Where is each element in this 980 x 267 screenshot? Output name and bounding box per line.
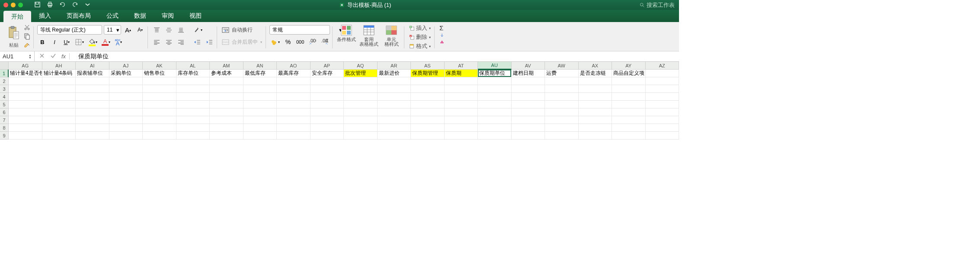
cell[interactable] [277, 101, 311, 108]
select-all-corner[interactable] [0, 62, 9, 70]
cell[interactable] [646, 108, 679, 116]
cell[interactable] [143, 101, 176, 108]
cell[interactable] [378, 101, 411, 108]
spreadsheet-grid[interactable]: AGAHAIAJAKALAMANAOAPAQARASATAUAVAWAXAYAZ… [0, 62, 679, 140]
cell[interactable] [243, 116, 277, 124]
column-header[interactable]: AL [176, 62, 210, 70]
column-header[interactable]: AN [243, 62, 277, 70]
row-header[interactable]: 2 [0, 77, 9, 85]
font-name-combo[interactable]: ▾ [37, 25, 102, 35]
column-header[interactable]: AW [545, 62, 579, 70]
borders-button[interactable]: ▾ [74, 37, 85, 47]
column-header[interactable]: AV [512, 62, 545, 70]
tab-view[interactable]: 视图 [182, 10, 209, 22]
cell[interactable] [109, 124, 143, 132]
cell[interactable] [311, 108, 344, 116]
font-size-combo[interactable]: ▾ [104, 25, 121, 35]
fill-color-button[interactable]: ▾ [87, 37, 99, 47]
save-icon[interactable] [34, 1, 41, 9]
cell[interactable] [411, 101, 445, 108]
cell[interactable] [9, 124, 42, 132]
cell[interactable] [512, 116, 545, 124]
cell[interactable] [42, 124, 76, 132]
cell-reference-input[interactable] [3, 53, 24, 60]
cell[interactable] [579, 93, 612, 101]
cell[interactable]: 销售单位 [143, 70, 176, 77]
cell[interactable] [445, 101, 478, 108]
increase-decimal-button[interactable]: .0.00 [307, 37, 317, 47]
column-header[interactable]: AH [42, 62, 76, 70]
cell[interactable]: 参考成本 [210, 70, 243, 77]
font-size-input[interactable] [107, 27, 115, 33]
cell[interactable] [646, 77, 679, 85]
cell[interactable] [210, 124, 243, 132]
cell[interactable] [277, 77, 311, 85]
cell[interactable] [344, 124, 378, 132]
column-header[interactable]: AZ [646, 62, 679, 70]
cell[interactable] [277, 93, 311, 101]
font-color-button[interactable]: A▾ [100, 37, 112, 47]
cell[interactable] [243, 108, 277, 116]
cell[interactable] [9, 77, 42, 85]
column-header[interactable]: AY [612, 62, 646, 70]
cell[interactable] [210, 77, 243, 85]
cell[interactable] [478, 85, 512, 93]
cell[interactable] [512, 93, 545, 101]
cell[interactable]: 安全库存 [311, 70, 344, 77]
cell[interactable] [9, 85, 42, 93]
fill-button[interactable] [438, 32, 446, 38]
align-top-button[interactable] [151, 25, 162, 35]
cell[interactable] [42, 116, 76, 124]
cell[interactable] [210, 85, 243, 93]
paste-button[interactable] [5, 24, 22, 41]
column-header[interactable]: AP [311, 62, 344, 70]
cell[interactable] [445, 132, 478, 140]
column-header[interactable]: AI [76, 62, 109, 70]
cell[interactable] [612, 93, 646, 101]
cell[interactable] [42, 132, 76, 140]
cell[interactable] [176, 101, 210, 108]
cell[interactable] [378, 85, 411, 93]
cell[interactable] [9, 116, 42, 124]
cell[interactable] [545, 132, 579, 140]
cell[interactable] [579, 85, 612, 93]
cell[interactable] [311, 77, 344, 85]
cell[interactable] [612, 85, 646, 93]
cell[interactable]: 报表辅单位 [76, 70, 109, 77]
column-header[interactable]: AJ [109, 62, 143, 70]
cell[interactable] [76, 85, 109, 93]
cell[interactable] [579, 101, 612, 108]
tab-review[interactable]: 审阅 [154, 10, 182, 22]
row-header[interactable]: 5 [0, 101, 9, 108]
italic-button[interactable]: I [49, 37, 60, 47]
bold-button[interactable]: B [37, 37, 48, 47]
cell[interactable] [277, 124, 311, 132]
cell[interactable] [9, 93, 42, 101]
phonetic-guide-button[interactable]: abcA▾ [113, 37, 124, 47]
column-header[interactable]: AO [277, 62, 311, 70]
cell[interactable] [277, 116, 311, 124]
row-header[interactable]: 7 [0, 116, 9, 124]
cell[interactable] [545, 85, 579, 93]
name-box[interactable]: ▲▼ [0, 51, 35, 61]
cell[interactable] [176, 124, 210, 132]
decrease-decimal-button[interactable]: .00.0 [319, 37, 330, 47]
insert-cells-button[interactable]: 插入▾ [408, 24, 432, 32]
cell[interactable] [42, 77, 76, 85]
close-window[interactable] [3, 3, 8, 7]
cell[interactable] [277, 85, 311, 93]
cell[interactable] [143, 77, 176, 85]
cell[interactable] [311, 116, 344, 124]
cell[interactable] [344, 77, 378, 85]
cell[interactable] [109, 93, 143, 101]
cell[interactable] [579, 116, 612, 124]
undo-icon[interactable] [59, 1, 66, 9]
cell[interactable] [344, 101, 378, 108]
percent-button[interactable]: % [283, 37, 293, 47]
column-header[interactable]: AU [478, 62, 512, 70]
copy-icon[interactable] [23, 33, 31, 41]
cell[interactable]: 建档日期 [512, 70, 545, 77]
cell[interactable]: 运费 [545, 70, 579, 77]
cell[interactable] [411, 77, 445, 85]
cell[interactable]: 最新进价 [378, 70, 411, 77]
